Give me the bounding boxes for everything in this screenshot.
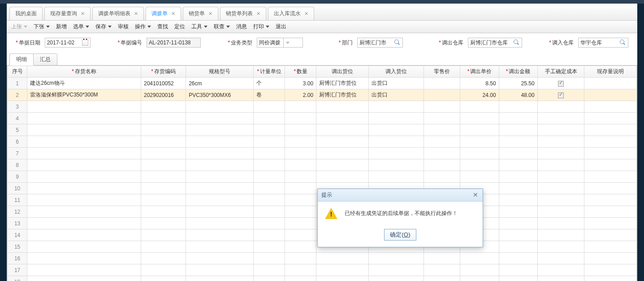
tab-6[interactable]: 出入库流水✕ [268,7,314,20]
toolbar-上张: 上张 [11,23,27,31]
filter-bar: *单据日期 2017-11-02 *单据编号 AL-2017-11-0138 *… [7,33,637,52]
manual-cost-checkbox[interactable] [558,81,564,87]
dialog-message: 已经有生成凭证的后续单据，不能执行此操作！ [345,208,458,217]
table-row[interactable]: 1建达26cm物斗204101005226cm个3.00厨博汇门市货位出货口8.… [8,78,637,89]
tab-3[interactable]: 调拨单✕ [146,7,181,20]
caret-down-icon [204,26,207,28]
toolbar: 上张下张新增选单保存审核操作查找定位工具联查消息打印退出 [7,21,637,33]
table-row[interactable]: 16 [8,253,637,264]
search-icon[interactable] [620,40,626,46]
type-label: 业务类型 [231,40,252,46]
table-row[interactable]: 17 [8,264,637,276]
dept-label: 部门 [342,40,353,46]
caret-down-icon [86,26,89,28]
table-row[interactable]: 18 [8,276,637,281]
toolbar-消息[interactable]: 消息 [236,23,247,31]
inwh-input[interactable]: 华宇仓库 [578,38,628,48]
tab-detail[interactable]: 明细 [9,53,34,66]
col-header-10[interactable]: *调出金额 [499,66,537,78]
toolbar-选单[interactable]: 选单 [73,23,89,31]
toolbar-定位[interactable]: 定位 [174,23,185,31]
table-row[interactable]: 3 [8,101,637,113]
caret-down-icon [108,26,112,28]
tab-2[interactable]: 调拨单明细表✕ [92,7,144,20]
toolbar-打印[interactable]: 打印 [253,23,269,31]
table-row[interactable]: 8 [8,159,637,171]
toolbar-下张[interactable]: 下张 [34,23,50,31]
toolbar-保存[interactable]: 保存 [95,23,112,31]
toolbar-查找[interactable]: 查找 [157,23,168,31]
type-select[interactable]: 同价调拨 [257,38,303,48]
caret-down-icon [226,26,230,28]
dialog-title: 提示 [321,191,332,199]
table-row[interactable]: 7 [8,148,637,159]
col-header-12[interactable]: 现存量说明 [584,66,637,78]
ok-button[interactable]: 确定(O) [384,229,416,241]
tab-close-icon[interactable]: ✕ [208,11,212,17]
col-header-1[interactable]: *存货名称 [27,66,141,78]
col-header-0[interactable]: 序号 [8,66,27,78]
search-icon[interactable] [514,40,520,46]
caret-down-icon [266,26,269,28]
toolbar-退出[interactable]: 退出 [276,23,286,31]
col-header-5[interactable]: *数量 [285,66,316,78]
toolbar-审核[interactable]: 审核 [118,23,129,31]
dept-input[interactable]: 厨博汇门市 [357,38,403,48]
col-header-8[interactable]: 零售价 [424,66,460,78]
tab-close-icon[interactable]: ✕ [134,11,138,17]
table-row[interactable]: 6 [8,136,637,148]
toolbar-联查[interactable]: 联查 [214,23,230,31]
toolbar-操作[interactable]: 操作 [135,23,151,31]
tab-close-icon[interactable]: ✕ [81,11,85,17]
tab-5[interactable]: 销货单列表✕ [220,7,266,20]
col-header-6[interactable]: 调出货位 [316,66,368,78]
table-row[interactable]: 4 [8,113,637,124]
col-header-2[interactable]: *存货编码 [141,66,186,78]
calendar-icon[interactable] [82,40,88,46]
col-header-11[interactable]: 手工确定成本 [537,66,584,78]
tab-close-icon[interactable]: ✕ [304,11,308,17]
tab-close-icon[interactable]: ✕ [171,11,175,17]
manual-cost-checkbox[interactable] [558,92,564,98]
table-row[interactable]: 2雷洛滋保鲜膜PVC350*300M2029020016PVC350*300MX… [8,89,637,101]
detail-table: 序号*存货名称*存货编码规格型号*计量单位*数量调出货位调入货位零售价*调出单价… [7,65,637,281]
num-label: 单据编号 [121,40,142,46]
tab-close-icon[interactable]: ✕ [256,11,260,17]
caret-down-icon [24,26,27,28]
caret-down-icon [46,26,50,28]
outwh-label: 调出仓库 [442,40,463,46]
date-label: 单据日期 [19,40,40,46]
col-header-9[interactable]: *调出单价 [460,66,499,78]
inwh-label: 调入仓库 [552,40,574,46]
tab-1[interactable]: 现存量查询✕ [44,7,91,20]
document-tabs: 我的桌面现存量查询✕调拨单明细表✕调拨单✕销货单✕销货单列表✕出入库流水✕ [7,4,637,21]
num-input: AL-2017-11-0138 [147,38,201,48]
col-header-7[interactable]: 调入货位 [368,66,424,78]
tab-0[interactable]: 我的桌面 [9,7,43,20]
close-icon[interactable]: ✕ [472,192,479,199]
dialog-titlebar: 提示 ✕ [318,189,483,202]
toolbar-工具[interactable]: 工具 [191,23,207,31]
outwh-input[interactable]: 厨博汇门市仓库 [468,38,522,48]
alert-dialog: 提示 ✕ 已经有生成凭证的后续单据，不能执行此操作！ 确定(O) [317,189,483,247]
table-row[interactable]: 5 [8,124,637,136]
date-input[interactable]: 2017-11-02 [45,38,91,48]
col-header-4[interactable]: *计量单位 [254,66,285,78]
dropdown-icon[interactable] [283,38,291,47]
tab-summary[interactable]: 汇总 [33,53,57,66]
warning-icon [325,208,337,219]
caret-down-icon [147,26,151,28]
tab-4[interactable]: 销货单✕ [183,7,218,20]
table-row[interactable]: 9 [8,171,637,183]
col-header-3[interactable]: 规格型号 [186,66,254,78]
toolbar-新增[interactable]: 新增 [56,23,67,31]
search-icon[interactable] [394,40,401,46]
